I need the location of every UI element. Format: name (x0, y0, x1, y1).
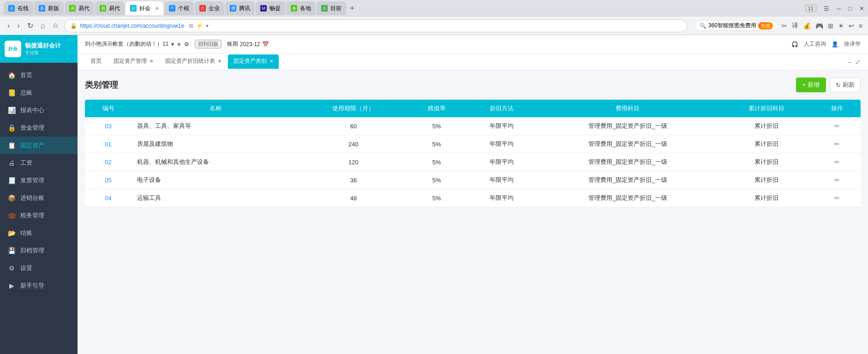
sun-icon[interactable]: ☀ (838, 22, 844, 30)
security-icon: 🔒 (70, 23, 77, 29)
sidebar-item-invoice[interactable]: 🧾 发票管理 (0, 172, 78, 189)
browser-tab-qiye[interactable]: C 企业 (195, 1, 224, 15)
browser-tab-gedi[interactable]: 各 各地 (286, 1, 316, 15)
sidebar-item-checkout[interactable]: 📂 结账 (0, 224, 78, 242)
search-area[interactable]: 🔍 360智能抠图免费用 热搜 (694, 20, 778, 31)
sidebar-item-home[interactable]: 🏠 首页 (0, 66, 78, 84)
tab-list-icon[interactable]: ☰ (824, 5, 829, 12)
edit-icon[interactable]: ✏ (834, 140, 840, 148)
user-avatar-icon: 👤 (832, 41, 838, 48)
sidebar-nav: 🏠 首页 📒 总账 📊 报表中心 🔒 资金管理 📋 固定资产 🖨 工资 (0, 63, 78, 354)
minimize-icon[interactable]: ─ (837, 5, 841, 12)
browser-tab-xinjian[interactable]: 新 新版 (34, 1, 64, 15)
dropdown-icon[interactable]: ▾ (206, 23, 209, 29)
back-button[interactable]: ‹ (6, 20, 12, 32)
cell-expense-account: 管理费用_固定资产折旧_一级 (537, 117, 719, 135)
table-header-row: 编号 名称 使用期限（月） 残值率 折旧方法 费用科目 累计折旧科目 操作 (85, 100, 861, 117)
switch-version-button[interactable]: 切到旧版 (195, 40, 221, 48)
edit-icon[interactable]: ✏ (834, 158, 840, 166)
sidebar-item-guide[interactable]: ▶ 新手引导 (0, 277, 78, 294)
close-window-icon[interactable]: ✕ (859, 5, 864, 12)
address-bar[interactable]: 🔒 https://cloud.chanjet.com/accounting/u… (64, 19, 687, 32)
game-icon[interactable]: 🎮 (815, 22, 823, 30)
tab-label: 易代 (109, 5, 120, 12)
invoice-icon: 🧾 (7, 176, 16, 185)
forward-button[interactable]: › (15, 20, 21, 32)
home-button[interactable]: ⌂ (39, 20, 47, 32)
sidebar: 好会 畅捷通好会计 专业版 🏠 首页 📒 总账 📊 报表中心 🔒 资金管理 (0, 35, 78, 354)
browser-tab-haohe[interactable]: 好 好会 ✕ (126, 1, 163, 15)
tax-icon: 💼 (7, 211, 16, 220)
cell-code: 01 (85, 135, 132, 153)
settings-icon: ⚙ (7, 264, 16, 272)
browser-tab-yidai1[interactable]: 易 易代 (65, 1, 94, 15)
sidebar-item-fund[interactable]: 🔒 资金管理 (0, 119, 78, 137)
menu-icon[interactable]: ≡ (859, 22, 862, 30)
refresh-icon: ↻ (836, 82, 841, 89)
cut-tool-icon[interactable]: ✂ (782, 22, 787, 30)
tab-fixed-asset-dep[interactable]: 固定资产折旧统计表 ✕ (160, 54, 227, 69)
customer-service-link[interactable]: 人工咨询 (804, 40, 826, 48)
sidebar-item-report[interactable]: 📊 报表中心 (0, 102, 78, 119)
sidebar-item-fixed-asset[interactable]: 📋 固定资产 (0, 137, 78, 154)
refresh-data-button[interactable]: ↻ 刷新 (830, 78, 861, 92)
cell-code: 05 (85, 171, 132, 189)
home-icon: 🏠 (7, 71, 16, 79)
search-icon: 🔍 (700, 23, 706, 29)
grid-icon[interactable]: ⊞ (828, 22, 833, 30)
translate-icon[interactable]: 译 (792, 22, 798, 30)
site-info-icon[interactable]: ⊞ (189, 23, 193, 29)
calendar-icon[interactable]: 📅 (262, 41, 269, 48)
browser-tab-tengxun[interactable]: 腾 腾讯 (225, 1, 255, 15)
tab-label: 畅提 (269, 5, 281, 12)
tab-fixed-asset-mgmt[interactable]: 固定资产管理 ✕ (108, 54, 159, 69)
cell-action: ✏ (814, 189, 861, 207)
minimize-panel-icon[interactable]: – (848, 58, 851, 66)
refresh-button[interactable]: ↻ (25, 19, 35, 32)
sidebar-item-label: 税务管理 (20, 211, 44, 220)
table-row: 05 电子设备 36 5% 年限平均 管理费用_固定资产折旧_一级 累计折旧 ✏ (85, 171, 861, 189)
edit-icon[interactable]: ✏ (834, 176, 840, 184)
refresh-label: 刷新 (843, 81, 855, 89)
browser-tab-yidai2[interactable]: 易 易代 (95, 1, 125, 15)
add-button[interactable]: + 新增 (796, 78, 826, 92)
tab-close-icon[interactable]: ✕ (150, 59, 153, 64)
tab-close-icon[interactable]: ✕ (269, 59, 273, 64)
tab-close-icon[interactable]: ✕ (155, 6, 159, 11)
sidebar-item-ledger[interactable]: 📒 总账 (0, 84, 78, 102)
col-useful-life: 使用期限（月） (300, 100, 407, 117)
salary-icon: 🖨 (7, 159, 16, 167)
sidebar-item-archive[interactable]: 💾 归档管理 (0, 242, 78, 259)
sidebar-item-label: 发票管理 (20, 176, 44, 185)
add-account-icon[interactable]: + (177, 40, 181, 48)
wallet-icon[interactable]: 💰 (803, 22, 811, 30)
cell-name: 机器、机械和其他生产设备 (132, 153, 299, 171)
sidebar-item-salary[interactable]: 🖨 工资 (0, 154, 78, 172)
address-bar-row: ‹ › ↻ ⌂ ☆ 🔒 https://cloud.chanjet.com/ac… (0, 17, 868, 35)
top-bar-right: 🎧 人工咨询 👤 徐泽华 (791, 40, 861, 48)
browser-tab-mubiao[interactable]: S 目前 (317, 1, 346, 15)
cell-useful-life: 240 (300, 135, 407, 153)
tab-close-icon[interactable]: ✕ (218, 59, 221, 64)
browser-tab-zaixian[interactable]: 在 在线 (4, 1, 33, 15)
edit-icon[interactable]: ✏ (834, 194, 840, 202)
sidebar-item-inventory[interactable]: 📦 进销台账 (0, 189, 78, 207)
tab-home[interactable]: 首页 (85, 54, 107, 69)
edit-icon[interactable]: ✏ (834, 122, 840, 130)
account-info: 刘小艳演示帐套（勿删勿动！）11 ▾ + ⚙ (85, 40, 189, 48)
bookmark-button[interactable]: ☆ (50, 19, 60, 32)
browser-tab-gerensuo[interactable]: 个 个税 (164, 1, 194, 15)
new-tab-button[interactable]: + (347, 4, 358, 13)
col-accumulated-account: 累计折旧科目 (718, 100, 814, 117)
tab-fixed-asset-cat[interactable]: 固定资产类别 ✕ (228, 54, 279, 69)
settings-gear-icon[interactable]: ⚙ (184, 41, 189, 48)
cell-depreciation-method: 年限平均 (466, 135, 537, 153)
maximize-icon[interactable]: □ (848, 5, 852, 12)
sidebar-item-tax[interactable]: 💼 税务管理 (0, 207, 78, 224)
sidebar-item-settings[interactable]: ⚙ 设置 (0, 259, 78, 277)
undo-icon[interactable]: ↩ (849, 22, 854, 30)
cell-residual-rate: 5% (407, 135, 466, 153)
browser-tab-changtai[interactable]: M 畅提 (256, 1, 285, 15)
expand-panel-icon[interactable]: ⤢ (855, 58, 861, 66)
dropdown-arrow-icon[interactable]: ▾ (171, 41, 174, 48)
